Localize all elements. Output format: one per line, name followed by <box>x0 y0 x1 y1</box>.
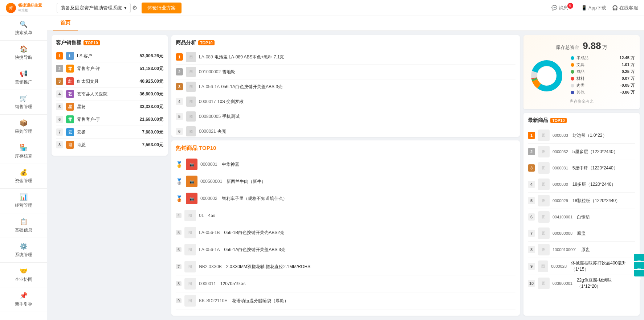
hot-product-item: 6 图 LA-056-1A 056-1A白色按键开关盖ABS 3壳 <box>176 241 515 258</box>
customer-ranking-title: 客户销售额 TOP10 <box>56 40 163 46</box>
product-info: 001000002雪地靴 <box>199 69 515 75</box>
inventory-sales-item: 3 图 LA-056-1A056-1A白色按键开关盖ABS 3壳 <box>176 79 515 94</box>
sidebar-item-finance[interactable]: 💰资金管理 <box>0 164 47 189</box>
new-product-item: 8 图 10000100001 原盅 <box>528 242 635 258</box>
sidebar-label-nav: 快捷导航 <box>15 54 32 61</box>
customer-avatar: L <box>66 52 74 60</box>
tab-home[interactable]: 首页 <box>53 16 78 30</box>
product-code: 0000011 <box>199 281 216 286</box>
product-name: 056-1B白色按键开关壳ABS2壳 <box>224 230 516 236</box>
product-code: LA-056-1B <box>199 230 220 235</box>
product-name: 18多层（1220*2440） <box>572 181 616 188</box>
product-code: 003800001 <box>553 281 572 286</box>
customer-rank-item: 4 苍 苍南县人民医院 36,600.00元 <box>56 88 163 100</box>
inventory-sales-item: 1 图 LA-089电池盖 LA-089 ABS本色+黑种 7.1克 <box>176 50 515 65</box>
product-name: 新西兰牛肉（新牛） <box>227 179 515 185</box>
product-code: 0000033 <box>553 133 568 138</box>
rank-number: 2 <box>176 68 183 75</box>
customer-amount: 33,333.00元 <box>140 104 163 110</box>
hot-products-card: 热销商品 TOP10 🥇 📷 0000001 中华神器 🥈 📷 00050000… <box>171 140 520 316</box>
messages-button[interactable]: 💬 消息 6 <box>551 5 575 11</box>
customer-name: 红太阳文具 <box>77 78 137 85</box>
new-product-item: 2 图 0000032 5厘多层（1220*2440） <box>528 144 635 160</box>
sidebar-icon-system: ⚙️ <box>20 242 28 250</box>
rank-number: 5 <box>528 197 535 204</box>
product-code: LA-056-1A <box>199 247 220 252</box>
sidebar-item-inventory[interactable]: 🏪库存核算 <box>0 139 47 164</box>
customer-rank-item: 3 红 红太阳文具 40,925.00元 <box>56 75 163 88</box>
app-download-button[interactable]: 📱 App下载 <box>581 5 606 11</box>
float-buttons: 客服热线服务社区直播 <box>634 254 644 276</box>
product-code: NB2.0X30B <box>199 264 222 269</box>
medal-icon: 🥉 <box>176 195 183 202</box>
product-code: 10000100001 <box>553 247 577 252</box>
sidebar-label-finance: 资金管理 <box>15 178 32 184</box>
new-product-item: 5 图 0000029 18颗粒板（1220*2440） <box>528 193 635 209</box>
sidebar-item-corp[interactable]: 🤝企业协同 <box>0 263 47 287</box>
sidebar-item-search[interactable]: 🔍搜索菜单 <box>0 16 47 41</box>
product-name: 中华神器 <box>222 161 515 168</box>
legend-item: 半成品 12.45 万 <box>571 55 635 61</box>
new-products-card: 最新商品 TOP10 1 图 0000033 封边带（1.0*22） 2 图 0… <box>523 113 640 316</box>
customer-avatar: 云 <box>66 128 74 136</box>
sidebar-label-sales: 销售管理 <box>15 104 32 110</box>
rank-number: 5 <box>176 230 182 235</box>
legend-dot <box>571 70 574 74</box>
sidebar-label-search: 搜索菜单 <box>15 30 32 36</box>
message-icon: 💬 <box>551 5 557 11</box>
inventory-sales-item: 2 图 001000002雪地靴 <box>176 65 515 79</box>
customer-name: 肖总 <box>77 142 139 148</box>
sidebar-item-marketing[interactable]: 📢营销推广 <box>0 65 47 90</box>
product-name: 45# <box>208 213 515 218</box>
product-image: 📷 <box>186 193 197 204</box>
rank-number: 3 <box>528 164 535 172</box>
hot-product-item: 7 图 NB2.0X30B 2.0X30MM双搓花轴.搓花直径2.1MM/ROH… <box>176 258 515 275</box>
sidebar-item-purchase[interactable]: 📦采购管理 <box>0 115 47 139</box>
float-btn-0[interactable]: 客服热线 <box>634 254 644 261</box>
sidebar-icon-base: 📋 <box>20 218 28 226</box>
hot-product-item: 5 图 LA-056-1B 056-1B白色按键开关壳ABS2壳 <box>176 224 515 241</box>
rank-number: 5 <box>176 113 183 120</box>
experience-button[interactable]: 体验行业方案 <box>142 3 182 13</box>
product-placeholder: 图 <box>538 146 550 157</box>
rank-number: 3 <box>176 83 183 90</box>
new-product-item: 6 图 004100001 白钢垫 <box>528 209 635 225</box>
sidebar-item-ops[interactable]: 📊经营管理 <box>0 189 47 213</box>
mid-panel: 商品分析 TOP10 1 图 LA-089电池盖 LA-089 ABS本色+黑种… <box>171 35 520 316</box>
float-btn-2[interactable]: 直播 <box>634 270 644 276</box>
hot-product-item: 4 图 01 45# <box>176 207 515 224</box>
product-code: 000500001 <box>200 179 222 184</box>
content-area: 首页 客户销售额 TOP10 1 L LS 客户 53,006.26元 2 零 … <box>47 16 644 320</box>
sidebar-item-nav[interactable]: 🏠快捷导航 <box>0 41 47 65</box>
product-placeholder: 图 <box>538 162 550 174</box>
customer-name: 苍南县人民医院 <box>77 91 137 97</box>
float-btn-1[interactable]: 服务社区 <box>634 262 644 269</box>
sidebar-item-sales[interactable]: 🛒销售管理 <box>0 90 47 115</box>
customer-amount: 7,680.00元 <box>142 129 163 135</box>
sidebar-item-guide[interactable]: 📌新手引导 <box>0 287 47 312</box>
inventory-sales-item: 5 图 000800005手机测试 <box>176 109 515 124</box>
sidebar-item-base[interactable]: 📋基础信息 <box>0 213 47 238</box>
product-name: 体械嘉枝味苏打饮品400毫升（1*15） <box>571 260 635 272</box>
rank-number: 6 <box>176 128 183 135</box>
product-info: 000001710S 变刹罗猴 <box>199 99 515 105</box>
rank-number: 3 <box>56 78 63 85</box>
rank-number: 10 <box>528 280 535 287</box>
sidebar-label-marketing: 营销推广 <box>15 79 32 85</box>
product-name: 原盅 <box>581 247 590 253</box>
rank-number: 6 <box>56 116 63 123</box>
product-code: 0000029 <box>553 198 568 203</box>
online-service-button[interactable]: 🎧 在线客服 <box>612 5 638 11</box>
rank-number: 2 <box>56 65 63 72</box>
system-selector[interactable]: 装备及固定资产辅助管理系统 ▾ <box>57 3 131 13</box>
customer-ranking-card: 客户销售额 TOP10 1 L LS 客户 53,006.26元 2 零 零售客… <box>52 35 168 156</box>
rank-number: 7 <box>528 230 535 237</box>
legend-list: 半成品 12.45 万 文具 1.01 万 成品 0.25 万 材料 0.07 … <box>571 55 635 97</box>
product-thumb: 图 <box>186 52 196 62</box>
product-thumb: 图 <box>186 82 196 92</box>
left-panel: 客户销售额 TOP10 1 L LS 客户 53,006.26元 2 零 零售客… <box>52 35 168 316</box>
customer-rank-item: 2 零 零售客户-许 51,183.00元 <box>56 62 163 75</box>
sidebar-icon-sales: 🛒 <box>20 94 28 102</box>
sidebar-item-system[interactable]: ⚙️系统管理 <box>0 238 47 263</box>
settings-button[interactable]: ⚙ <box>131 3 139 13</box>
